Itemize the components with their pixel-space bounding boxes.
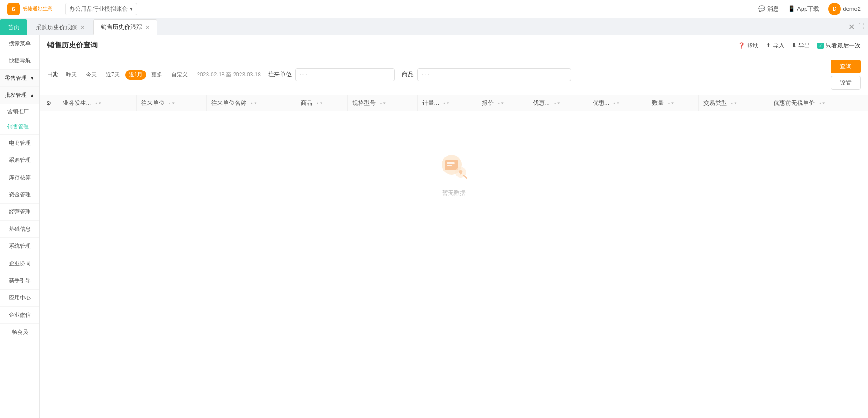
sidebar-item-inventory[interactable]: 库存核算: [0, 169, 39, 186]
tab-home-label: 首页: [8, 24, 19, 32]
th-spec-label: 规格型号: [352, 100, 376, 106]
sidebar-item-enterprise-wechat[interactable]: 企业微信: [0, 307, 39, 324]
checkbox-checked-icon: ✓: [817, 43, 824, 49]
user-menu[interactable]: D demo2: [828, 3, 861, 15]
partner-input[interactable]: ···: [295, 68, 395, 81]
th-partner-code[interactable]: 往来单位 ▲▼: [136, 95, 207, 111]
th-quote-price-label: 报价: [482, 100, 494, 106]
th-biz-date-label: 业务发生...: [63, 100, 91, 106]
sidebar-item-finance[interactable]: 资金管理: [0, 186, 39, 204]
sidebar-item-quick-nav[interactable]: 快捷导航: [0, 52, 39, 70]
maximize-icon[interactable]: ⛶: [858, 22, 864, 31]
th-partner-name[interactable]: 往来单位名称 ▲▼: [207, 95, 296, 111]
date-filter-group: 日期 昨天 今天 近7天 近1月 更多 自定义 2023-02-18 至 202…: [47, 70, 261, 80]
sort-arrows-biz-date: ▲▼: [94, 101, 102, 105]
help-label: 帮助: [747, 42, 759, 50]
th-settings[interactable]: ⚙: [40, 95, 58, 111]
filter-area: 日期 昨天 今天 近7天 近1月 更多 自定义 2023-02-18 至 202…: [40, 54, 868, 95]
th-goods[interactable]: 商品 ▲▼: [296, 95, 348, 111]
sidebar-item-member[interactable]: 畅会员: [0, 324, 39, 341]
svg-rect-1: [445, 160, 458, 170]
th-pretax-price[interactable]: 优惠前无税单价 ▲▼: [769, 95, 868, 111]
sort-arrows-discount2: ▲▼: [613, 101, 620, 105]
date-btn-7days[interactable]: 近7天: [102, 70, 123, 80]
sort-arrows-trade-type: ▲▼: [730, 101, 737, 105]
th-biz-date[interactable]: 业务发生... ▲▼: [58, 95, 136, 111]
import-label: 导入: [773, 42, 784, 50]
sidebar-item-sales-mgmt[interactable]: 销售管理: [0, 119, 39, 135]
main-layout: 搜索菜单 快捷导航 零售管理 ▼ 批发管理 ▲ 营销推广 销售管理 电商管理 采…: [0, 35, 868, 418]
export-label: 导出: [798, 42, 810, 50]
tab-purchase-history-label: 采购历史价跟踪: [36, 24, 77, 32]
tab-sales-history[interactable]: 销售历史价跟踪 ✕: [93, 19, 157, 35]
query-button[interactable]: 查询: [831, 60, 861, 73]
goods-input[interactable]: ···: [417, 68, 571, 81]
sidebar-item-wholesale-mgmt[interactable]: 批发管理 ▲: [0, 87, 39, 104]
close-all-icon[interactable]: ✕: [849, 22, 854, 31]
th-discount2[interactable]: 优惠... ▲▼: [588, 95, 647, 111]
enterprise-wechat-label: 企业微信: [9, 311, 31, 319]
tab-home[interactable]: 首页: [0, 19, 27, 35]
sidebar-item-new-guide[interactable]: 新手引导: [0, 272, 39, 290]
sidebar-item-system-settings[interactable]: 系统管理: [0, 238, 39, 255]
svg-line-5: [464, 176, 467, 178]
message-button[interactable]: 💬 消息: [758, 5, 779, 13]
help-button[interactable]: ❓ 帮助: [738, 42, 759, 50]
app-selector-label: 办公用品行业模拟账套: [69, 5, 128, 13]
date-range: 2023-02-18 至 2023-03-18: [197, 71, 260, 79]
sort-arrows-quantity: ▲▼: [667, 101, 674, 105]
data-table: ⚙ 业务发生... ▲▼ 往来单位 ▲▼ 往来单位名称 ▲▼: [40, 95, 868, 111]
th-trade-type-label: 交易类型: [703, 100, 727, 106]
date-btn-custom[interactable]: 自定义: [168, 70, 191, 80]
th-unit[interactable]: 计量... ▲▼: [418, 95, 477, 111]
sidebar-item-operations[interactable]: 经营管理: [0, 204, 39, 221]
date-btn-more[interactable]: 更多: [148, 70, 166, 80]
th-trade-type[interactable]: 交易类型 ▲▼: [698, 95, 769, 111]
help-icon: ❓: [738, 42, 745, 49]
th-quote-price[interactable]: 报价 ▲▼: [477, 95, 528, 111]
download-icon: 📱: [788, 5, 795, 12]
sidebar-item-enterprise-collab[interactable]: 企业协同: [0, 255, 39, 272]
goods-dots: ···: [421, 71, 430, 79]
sidebar-item-marketing[interactable]: 营销推广: [0, 104, 39, 119]
date-btn-1month[interactable]: 近1月: [125, 70, 146, 80]
th-goods-label: 商品: [301, 100, 312, 106]
only-last-checkbox[interactable]: ✓ 只看最后一次: [817, 42, 861, 50]
header-right: 💬 消息 📱 App下载 D demo2: [758, 3, 861, 15]
partner-filter-group: 往来单位 ···: [268, 68, 395, 81]
tab-purchase-close-icon[interactable]: ✕: [80, 25, 85, 30]
sidebar-item-retail-mgmt[interactable]: 零售管理 ▼: [0, 70, 39, 87]
th-discount1[interactable]: 优惠... ▲▼: [528, 95, 588, 111]
date-btn-today[interactable]: 今天: [82, 70, 100, 80]
export-button[interactable]: ⬇ 导出: [792, 42, 810, 50]
retail-mgmt-arrow: ▼: [30, 76, 34, 81]
import-icon: ⬆: [766, 42, 771, 49]
sidebar-item-basic-info[interactable]: 基础信息: [0, 221, 39, 238]
th-discount2-label: 优惠...: [593, 100, 609, 106]
date-label: 日期: [47, 71, 59, 79]
empty-state: 暂无数据: [40, 111, 868, 233]
sidebar-item-ecom-mgmt[interactable]: 电商管理: [0, 135, 39, 152]
sidebar-item-search-menu[interactable]: 搜索菜单: [0, 35, 39, 52]
th-quantity[interactable]: 数量 ▲▼: [647, 95, 698, 111]
import-button[interactable]: ⬆ 导入: [766, 42, 784, 50]
message-icon: 💬: [758, 5, 765, 12]
app-selector[interactable]: 办公用品行业模拟账套 ▾: [65, 3, 137, 15]
settings-button[interactable]: 设置: [831, 76, 861, 90]
message-label: 消息: [767, 5, 779, 13]
system-settings-label: 系统管理: [9, 242, 31, 250]
new-guide-label: 新手引导: [9, 277, 31, 285]
partner-label: 往来单位: [268, 71, 292, 79]
page-header: 销售历史价查询 ❓ 帮助 ⬆ 导入 ⬇ 导出 ✓ 只看最后一次: [40, 35, 868, 54]
quick-nav-label: 快捷导航: [9, 57, 31, 65]
th-spec[interactable]: 规格型号 ▲▼: [347, 95, 418, 111]
app-download-button[interactable]: 📱 App下载: [788, 5, 819, 13]
date-btn-yesterday[interactable]: 昨天: [62, 70, 80, 80]
sidebar-item-app-center[interactable]: 应用中心: [0, 290, 39, 307]
sidebar-item-purchase-mgmt[interactable]: 采购管理: [0, 152, 39, 169]
query-actions: 查询 设置: [831, 60, 861, 90]
tab-sales-close-icon[interactable]: ✕: [146, 25, 150, 30]
retail-mgmt-label: 零售管理: [5, 74, 27, 82]
tab-purchase-history[interactable]: 采购历史价跟踪 ✕: [28, 19, 92, 35]
only-last-label: 只看最后一次: [826, 42, 861, 50]
